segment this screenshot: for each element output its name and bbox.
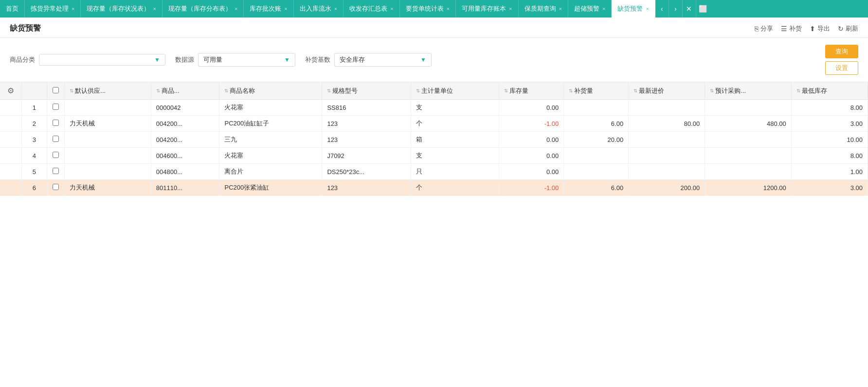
row-checkbox[interactable] [53, 168, 59, 174]
category-select-arrow: ▼ [154, 56, 160, 63]
close-tab-inout-flow[interactable]: × [334, 6, 337, 12]
row-latest-price: 200.00 [629, 180, 705, 196]
close-tab-expiry-query[interactable]: × [559, 6, 562, 12]
col-checkbox [47, 82, 65, 100]
tab-nav-next[interactable]: › [669, 0, 683, 18]
row-checkbox[interactable] [53, 120, 59, 126]
col-item-code: ⇅ 商品... [151, 82, 219, 100]
tab-batch-account[interactable]: 库存批次账 × [244, 0, 293, 18]
table-row: 2力天机械004200...PC200油缸缸子123个-1.006.0080.0… [0, 116, 868, 132]
close-tab-inventory-status[interactable]: × [153, 6, 156, 12]
row-num: 6 [21, 180, 47, 196]
replenish-base-select-value: 安全库存 [340, 55, 365, 64]
row-spec: DS250*23c... [322, 164, 411, 180]
settings-button[interactable]: 设置 [825, 61, 858, 75]
row-item-code: 801110... [151, 180, 219, 196]
row-unit: 个 [411, 116, 499, 132]
category-label: 商品分类 [10, 55, 35, 64]
table-settings-icon[interactable]: ⚙ [7, 87, 14, 95]
tab-nav-prev[interactable]: ‹ [655, 0, 669, 18]
row-min-stock: 3.00 [791, 180, 868, 196]
row-settings-cell [0, 180, 21, 196]
replenish-button[interactable]: ☰ 补货 [781, 24, 802, 33]
row-unit: 箱 [411, 132, 499, 148]
category-select[interactable]: ▼ [39, 54, 165, 66]
row-spec: 123 [322, 180, 411, 196]
row-latest-price [629, 148, 705, 164]
close-tab-order-stat[interactable]: × [447, 6, 450, 12]
close-tab-shortage[interactable]: × [646, 6, 649, 12]
shortage-table: ⚙ ⇅ 默认供应... ⇅ 商 [0, 82, 868, 196]
replenish-base-select[interactable]: 安全库存 ▼ [334, 53, 432, 67]
table-body: 10000042火花塞SS816支0.008.002力天机械004200...P… [0, 100, 868, 196]
row-checkbox-cell [47, 132, 65, 148]
sort-icon-unit: ⇅ [416, 88, 420, 93]
close-tab-overstock[interactable]: × [602, 6, 605, 12]
row-stock-qty: 0.00 [499, 164, 564, 180]
row-unit: 个 [411, 180, 499, 196]
replenish-icon: ☰ [781, 25, 787, 33]
datasource-filter-group: 数据源 可用量 ▼ [175, 53, 295, 67]
tab-expiry-query[interactable]: 保质期查询 × [519, 0, 568, 18]
tab-shortage[interactable]: 缺货预警 × [612, 0, 655, 18]
table-row: 5004800...离合片DS250*23c...只0.001.00 [0, 164, 868, 180]
close-tab-receive-summary[interactable]: × [390, 6, 393, 12]
tab-expand[interactable]: ⬜ [696, 0, 710, 18]
export-button[interactable]: ⬆ 导出 [810, 24, 830, 33]
close-tab-abnormal[interactable]: × [72, 6, 74, 12]
tab-inout-flow[interactable]: 出入库流水 × [294, 0, 344, 18]
row-checkbox[interactable] [53, 136, 59, 142]
row-item-code: 004200... [151, 116, 219, 132]
row-settings-cell [0, 116, 21, 132]
row-est-purchase: 1200.00 [705, 180, 791, 196]
row-checkbox[interactable] [53, 184, 59, 190]
row-supplier [65, 148, 151, 164]
sort-icon-item-code: ⇅ [156, 88, 160, 93]
sort-icon-replenish-qty: ⇅ [569, 88, 573, 93]
row-checkbox[interactable] [53, 104, 59, 110]
tab-available-ledger[interactable]: 可用量库存账本 × [456, 0, 518, 18]
row-min-stock: 8.00 [791, 148, 868, 164]
col-est-purchase: ⇅ 预计采购... [705, 82, 791, 100]
row-unit: 支 [411, 148, 499, 164]
row-checkbox[interactable] [53, 152, 59, 158]
tab-abnormal[interactable]: 拣货异常处理 × [25, 0, 81, 18]
query-button[interactable]: 查询 [825, 45, 858, 58]
row-unit: 只 [411, 164, 499, 180]
col-replenish-qty: ⇅ 补货量 [564, 82, 629, 100]
row-latest-price [629, 164, 705, 180]
row-replenish-qty: 6.00 [564, 116, 629, 132]
tab-overstock[interactable]: 超储预警 × [568, 0, 612, 18]
tab-inventory-dist[interactable]: 现存量（库存分布表） × [163, 0, 244, 18]
tab-receive-summary[interactable]: 收发存汇总表 × [344, 0, 399, 18]
row-spec: 123 [322, 116, 411, 132]
replenish-base-label: 补货基数 [305, 55, 330, 64]
filter-actions: 查询 设置 [825, 45, 858, 75]
close-tab-batch-account[interactable]: × [284, 6, 287, 12]
sort-icon-supplier: ⇅ [70, 88, 73, 93]
row-spec: 123 [322, 132, 411, 148]
tab-home[interactable]: 首页 [0, 0, 25, 18]
row-est-purchase: 480.00 [705, 116, 791, 132]
close-tab-inventory-dist[interactable]: × [235, 6, 237, 12]
datasource-label: 数据源 [175, 55, 194, 64]
row-num: 2 [21, 116, 47, 132]
share-button[interactable]: ⎘ 分享 [755, 24, 773, 33]
row-est-purchase [705, 148, 791, 164]
tab-order-stat[interactable]: 要货单统计表 × [400, 0, 456, 18]
page-title: 缺货预警 [10, 23, 41, 34]
datasource-select[interactable]: 可用量 ▼ [198, 53, 295, 67]
row-supplier: 力天机械 [65, 180, 151, 196]
row-settings-cell [0, 148, 21, 164]
select-all-checkbox[interactable] [53, 87, 59, 93]
row-stock-qty: 0.00 [499, 148, 564, 164]
col-default-supplier: ⇅ 默认供应... [65, 82, 151, 100]
sort-icon-min-stock: ⇅ [796, 88, 800, 93]
tab-close-all[interactable]: ✕ [683, 0, 696, 18]
table-row: 4004600...火花塞J7092支0.008.00 [0, 148, 868, 164]
close-tab-available-ledger[interactable]: × [509, 6, 512, 12]
tab-inventory-status[interactable]: 现存量（库存状况表） × [81, 0, 162, 18]
table-row: 3004200...三九123箱0.0020.0010.00 [0, 132, 868, 148]
category-filter-group: 商品分类 ▼ [10, 54, 165, 66]
refresh-button[interactable]: ↻ 刷新 [838, 24, 858, 33]
